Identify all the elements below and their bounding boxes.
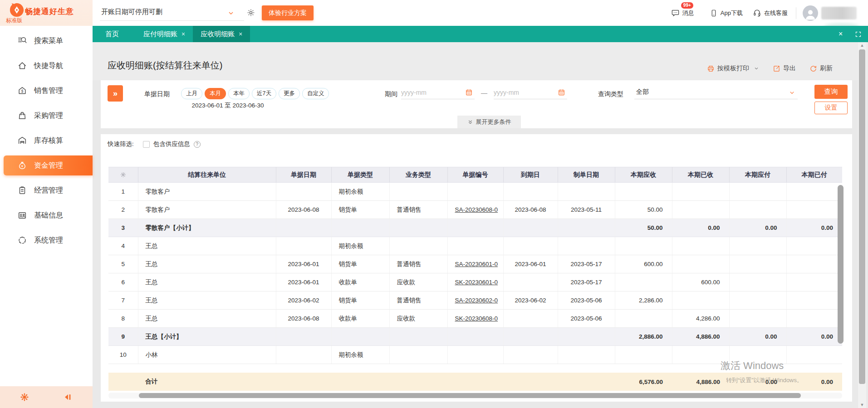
sidebar-item-system-mgmt[interactable]: 系统管理 — [0, 230, 93, 250]
print-by-template-button[interactable]: 按模板打印 — [707, 64, 759, 73]
table-cell: 10 — [108, 346, 138, 364]
column-header-本期已收[interactable]: 本期已收 — [672, 167, 729, 183]
total-cell: 0.00 — [786, 373, 842, 391]
chevron-down-icon[interactable] — [227, 10, 235, 17]
doc-number-cell: SA-20230602-0 — [447, 291, 503, 310]
period-start-input[interactable] — [401, 89, 460, 96]
column-header-业务类型[interactable]: 业务类型 — [389, 167, 447, 183]
column-header-本期应付[interactable]: 本期应付 — [729, 167, 786, 183]
scroll-up-arrow-icon[interactable]: ▲ — [858, 43, 866, 48]
expand-more-conditions-button[interactable]: 展开更多条件 — [457, 116, 521, 128]
range-pill-本年[interactable]: 本年 — [228, 88, 250, 99]
column-header-到期日[interactable]: 到期日 — [503, 167, 558, 183]
column-header-结算往来单位[interactable]: 结算往来单位 — [138, 167, 276, 183]
table-cell — [331, 328, 389, 346]
app-window: 畅捷通好生意 标准版 搜索菜单快捷导航$销售管理采购管理库存核算¥资金管理经营管… — [0, 0, 868, 408]
table-cell — [389, 219, 447, 237]
period-end-input[interactable] — [494, 89, 553, 96]
table-cell — [729, 183, 786, 201]
sidebar-item-purchase-mgmt[interactable]: 采购管理 — [0, 106, 93, 126]
calendar-icon[interactable] — [558, 88, 565, 96]
tab-close-icon[interactable]: × — [239, 31, 242, 37]
doc-number-link[interactable]: SA-20230608-0 — [455, 206, 498, 213]
doc-date-label: 单据日期 — [144, 90, 170, 98]
account-book-select[interactable]: 开账日期可停用可删 — [101, 8, 162, 16]
sidebar-item-operations-mgmt[interactable]: 经营管理 — [0, 180, 93, 200]
column-header-制单日期[interactable]: 制单日期 — [558, 167, 615, 183]
range-pill-更多[interactable]: 更多 — [279, 88, 300, 99]
range-pill-上月[interactable]: 上月 — [181, 88, 202, 99]
table-cell: 零散客户【小计】 — [138, 219, 276, 237]
table-row: 7王总2023-06-02销货单普通销售SA-20230602-02023-06… — [108, 291, 842, 310]
range-pill-近7天[interactable]: 近7天 — [252, 88, 276, 99]
doc-number-link[interactable]: SK-20230608-0 — [455, 315, 498, 322]
page-scrollbar-thumb[interactable] — [859, 49, 865, 384]
column-header-单据类型[interactable]: 单据类型 — [331, 167, 389, 183]
messages-button[interactable]: 消息 99+ — [671, 9, 694, 17]
table-cell — [729, 310, 786, 328]
gear-icon[interactable] — [246, 8, 255, 17]
export-button[interactable]: 导出 — [773, 64, 796, 73]
table-cell: 8 — [108, 310, 138, 328]
trial-plan-button[interactable]: 体验行业方案 — [262, 5, 314, 20]
calendar-icon[interactable] — [465, 88, 473, 96]
column-header-单据编号[interactable]: 单据编号 — [447, 167, 503, 183]
query-type-select[interactable]: 全部 — [634, 86, 798, 99]
sidebar-item-label: 基础信息 — [34, 211, 63, 220]
doc-number-link[interactable]: SA-20230601-0 — [455, 261, 498, 267]
table-row: 10小林期初余额 — [108, 346, 842, 364]
column-header-本期应收[interactable]: 本期应收 — [615, 167, 672, 183]
chevron-down-icon[interactable] — [754, 66, 759, 71]
gear-icon — [108, 171, 138, 178]
app-download-button[interactable]: App下载 — [710, 9, 743, 17]
tab-应收明细账[interactable]: 应收明细账× — [193, 26, 250, 42]
table-cell — [729, 291, 786, 310]
table-cell: 0.00 — [786, 219, 842, 237]
online-support-button[interactable]: 在线客服 — [753, 9, 788, 17]
table-vertical-scrollbar[interactable] — [838, 185, 843, 344]
avatar[interactable] — [803, 5, 818, 21]
table-row: 6王总2023-06-01收款单应收款SK-20230601-02023-05-… — [108, 273, 842, 291]
table-cell — [615, 183, 672, 201]
doc-number-link[interactable]: SA-20230602-0 — [455, 297, 498, 304]
column-header-单据日期[interactable]: 单据日期 — [276, 167, 331, 183]
expand-more-label: 展开更多条件 — [476, 118, 511, 126]
help-icon[interactable]: ? — [194, 141, 201, 148]
tab-应付明细账[interactable]: 应付明细账× — [136, 26, 193, 42]
column-settings-header[interactable] — [108, 167, 138, 183]
sidebar-item-funds-mgmt[interactable]: ¥资金管理 — [4, 155, 93, 175]
table-horizontal-scrollbar-track — [108, 393, 842, 398]
online-support-label: 在线客服 — [764, 9, 788, 17]
tab-首页[interactable]: 首页 — [98, 26, 127, 42]
query-type-value: 全部 — [636, 88, 649, 96]
column-header-本期已付[interactable]: 本期已付 — [786, 167, 842, 183]
refresh-button[interactable]: 刷新 — [809, 64, 833, 73]
table-horizontal-scrollbar[interactable] — [139, 393, 801, 398]
include-supplier-checkbox[interactable] — [143, 141, 150, 148]
search-button[interactable]: 查询 — [814, 85, 848, 99]
sidebar-item-base-info[interactable]: 基础信息 — [0, 205, 93, 225]
sidebar-collapse-icon[interactable] — [63, 392, 73, 402]
scroll-down-arrow-icon[interactable]: ▼ — [858, 403, 866, 407]
close-all-icon[interactable]: × — [839, 26, 843, 42]
page-scrollbar[interactable]: ▲ ▼ — [858, 42, 866, 408]
range-pill-本月[interactable]: 本月 — [205, 88, 226, 99]
sidebar-item-inventory-accounting[interactable]: 库存核算 — [0, 131, 93, 151]
fullscreen-icon[interactable] — [855, 26, 862, 42]
sidebar-settings-gear-icon[interactable] — [20, 393, 29, 402]
sidebar-item-sales-mgmt[interactable]: $销售管理 — [0, 81, 93, 101]
table-cell: 2023-06-08 — [503, 201, 558, 219]
doc-number-cell: SK-20230608-0 — [447, 310, 503, 328]
settings-button[interactable]: 设置 — [814, 102, 848, 114]
total-cell — [503, 373, 558, 391]
table-cell: 0.00 — [672, 219, 729, 237]
expand-sidebar-panel-icon[interactable]: » — [108, 85, 123, 102]
page-title-bar: 应收明细账(按结算往来单位) 按模板打印 导出 — [93, 42, 868, 80]
range-pill-自定义[interactable]: 自定义 — [302, 88, 329, 99]
tab-close-icon[interactable]: × — [181, 31, 185, 37]
sidebar-item-search-menu[interactable]: 搜索菜单 — [0, 31, 93, 51]
sidebar-item-quick-nav[interactable]: 快捷导航 — [0, 56, 93, 76]
sidebar-item-label: 经营管理 — [34, 186, 63, 195]
table-cell — [447, 219, 503, 237]
doc-number-link[interactable]: SK-20230601-0 — [455, 279, 498, 286]
